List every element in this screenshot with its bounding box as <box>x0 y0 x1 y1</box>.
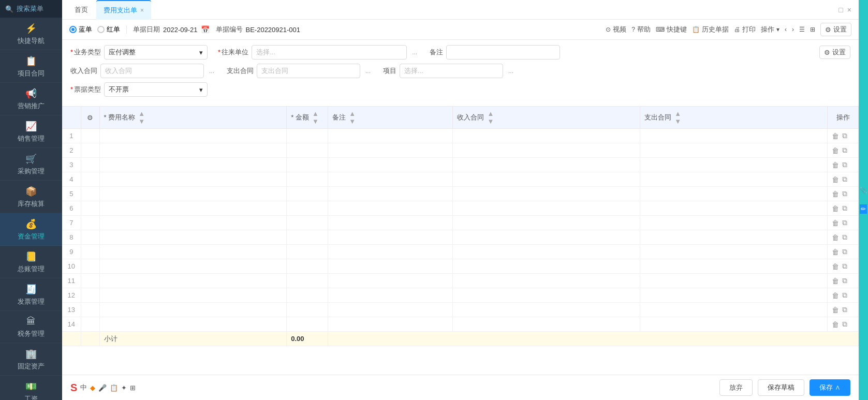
copy-row-9[interactable]: ⧉ <box>842 247 847 256</box>
cell-expense-1[interactable] <box>99 129 287 143</box>
help-button[interactable]: ? 帮助 <box>631 25 651 34</box>
cell-expense-contract-7[interactable] <box>640 216 828 230</box>
sidebar-search[interactable]: 🔍 搜索菜单 <box>0 0 62 18</box>
cell-amount-6[interactable] <box>287 201 328 216</box>
radio-blue[interactable]: 蓝单 <box>69 25 92 34</box>
th-remark[interactable]: 备注 ▲▼ <box>328 107 453 129</box>
cell-expense-contract-9[interactable] <box>640 245 828 259</box>
payee-dots-button[interactable]: ... <box>410 49 419 56</box>
cell-amount-11[interactable] <box>287 274 328 288</box>
cell-remark-10[interactable] <box>328 259 453 274</box>
cell-expense-contract-8[interactable] <box>640 230 828 245</box>
cell-remark-14[interactable] <box>328 317 453 332</box>
sidebar-item-purchase[interactable]: 🛒采购管理 <box>0 148 62 181</box>
cell-expense-6[interactable] <box>99 201 287 216</box>
cell-expense-12[interactable] <box>99 288 287 303</box>
tab-expense[interactable]: 费用支出单 × <box>96 0 151 20</box>
cell-remark-13[interactable] <box>328 303 453 317</box>
delete-row-1[interactable]: 🗑 <box>832 132 839 140</box>
cell-expense-10[interactable] <box>99 259 287 274</box>
expense-contract-select[interactable]: 支出合同 <box>257 64 360 78</box>
cell-income-1[interactable] <box>453 129 640 143</box>
grid-view-button[interactable]: ⊞ <box>810 26 815 33</box>
sidebar-item-fixed-assets[interactable]: 🏢固定资产 <box>0 343 62 376</box>
list-view-button[interactable]: ☰ <box>799 26 805 33</box>
delete-row-7[interactable]: 🗑 <box>832 219 839 227</box>
nav-prev-button[interactable]: ‹ <box>785 26 787 33</box>
tab-home[interactable]: 首页 <box>67 0 95 20</box>
history-button[interactable]: 📋 历史单据 <box>692 25 729 34</box>
cell-amount-13[interactable] <box>287 303 328 317</box>
cell-income-7[interactable] <box>453 216 640 230</box>
th-settings[interactable]: ⚙ <box>81 107 99 129</box>
cell-expense-contract-10[interactable] <box>640 259 828 274</box>
cell-income-3[interactable] <box>453 158 640 172</box>
cell-remark-8[interactable] <box>328 230 453 245</box>
copy-row-14[interactable]: ⧉ <box>842 320 847 329</box>
cell-income-14[interactable] <box>453 317 640 332</box>
delete-row-8[interactable]: 🗑 <box>832 233 839 242</box>
sidebar-item-quick-nav[interactable]: ⚡快捷导航 <box>0 18 62 50</box>
th-expense-contract[interactable]: 支出合同 ▲▼ <box>640 107 828 129</box>
discard-button[interactable]: 放弃 <box>719 379 753 396</box>
project-dots[interactable]: ... <box>506 67 516 75</box>
cell-remark-3[interactable] <box>328 158 453 172</box>
cell-amount-14[interactable] <box>287 317 328 332</box>
cell-income-12[interactable] <box>453 288 640 303</box>
cell-expense-contract-13[interactable] <box>640 303 828 317</box>
nav-next-button[interactable]: › <box>792 26 794 33</box>
copy-row-11[interactable]: ⧉ <box>842 276 847 285</box>
cell-remark-4[interactable] <box>328 172 453 187</box>
cell-amount-5[interactable] <box>287 187 328 201</box>
panel-edit-icon[interactable]: ✏ <box>860 204 867 214</box>
invoice-type-select[interactable]: 不开票 ▾ <box>104 82 208 97</box>
copy-row-12[interactable]: ⧉ <box>842 291 847 300</box>
window-restore-button[interactable]: □ <box>838 6 843 14</box>
payee-select[interactable]: 选择... <box>252 45 407 60</box>
cell-expense-3[interactable] <box>99 158 287 172</box>
delete-row-13[interactable]: 🗑 <box>832 306 839 314</box>
cell-expense-contract-4[interactable] <box>640 172 828 187</box>
cell-income-5[interactable] <box>453 187 640 201</box>
cell-expense-contract-12[interactable] <box>640 288 828 303</box>
cell-amount-1[interactable] <box>287 129 328 143</box>
cell-expense-9[interactable] <box>99 245 287 259</box>
form-settings-button[interactable]: ⚙ 设置 <box>819 46 850 59</box>
income-contract-dots[interactable]: ... <box>207 67 216 75</box>
window-close-button[interactable]: × <box>847 6 851 14</box>
copy-row-1[interactable]: ⧉ <box>842 131 847 140</box>
copy-row-8[interactable]: ⧉ <box>842 233 847 242</box>
sidebar-item-invoice[interactable]: 🧾发票管理 <box>0 278 62 311</box>
cell-expense-contract-11[interactable] <box>640 274 828 288</box>
cell-remark-1[interactable] <box>328 129 453 143</box>
sidebar-item-sales[interactable]: 📈销售管理 <box>0 115 62 148</box>
sidebar-item-capital[interactable]: 💰资金管理 <box>0 213 62 246</box>
cell-expense-contract-6[interactable] <box>640 201 828 216</box>
sidebar-item-marketing[interactable]: 📢营销推广 <box>0 83 62 115</box>
cell-amount-7[interactable] <box>287 216 328 230</box>
cell-remark-7[interactable] <box>328 216 453 230</box>
cell-income-4[interactable] <box>453 172 640 187</box>
delete-row-6[interactable]: 🗑 <box>832 204 839 213</box>
cell-amount-12[interactable] <box>287 288 328 303</box>
cell-remark-12[interactable] <box>328 288 453 303</box>
cell-amount-3[interactable] <box>287 158 328 172</box>
cell-expense-13[interactable] <box>99 303 287 317</box>
save-button[interactable]: 保存 ∧ <box>810 379 850 396</box>
shortcut-button[interactable]: ⌨ 快捷键 <box>656 25 687 34</box>
delete-row-14[interactable]: 🗑 <box>832 320 839 329</box>
cell-remark-11[interactable] <box>328 274 453 288</box>
cell-expense-11[interactable] <box>99 274 287 288</box>
panel-clip-icon[interactable]: 📎 <box>860 187 867 194</box>
copy-row-4[interactable]: ⧉ <box>842 175 847 184</box>
cell-amount-8[interactable] <box>287 230 328 245</box>
copy-row-13[interactable]: ⧉ <box>842 305 847 314</box>
cell-expense-8[interactable] <box>99 230 287 245</box>
cell-remark-2[interactable] <box>328 143 453 158</box>
radio-red[interactable]: 红单 <box>97 25 120 34</box>
copy-row-10[interactable]: ⧉ <box>842 262 847 271</box>
cell-income-13[interactable] <box>453 303 640 317</box>
project-select[interactable]: 选择... <box>400 64 503 78</box>
copy-row-3[interactable]: ⧉ <box>842 160 847 169</box>
copy-row-7[interactable]: ⧉ <box>842 218 847 227</box>
